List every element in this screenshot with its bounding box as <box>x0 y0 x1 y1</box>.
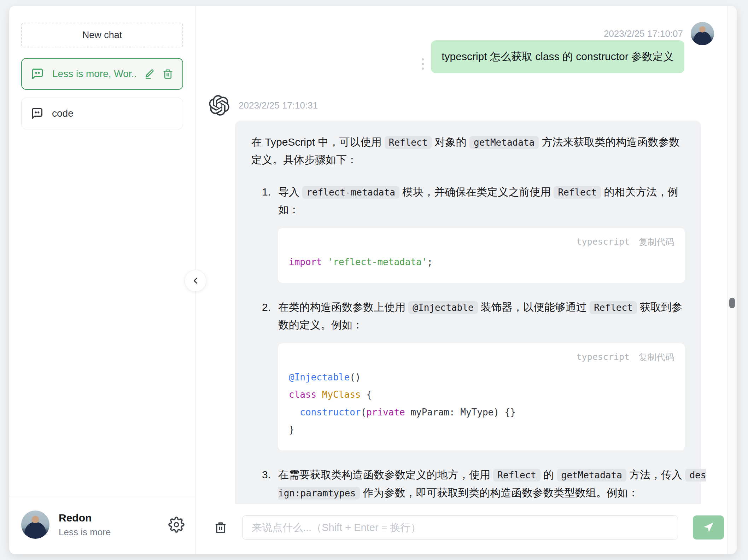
chat-bubble-icon <box>31 107 43 120</box>
list-item: 1. 导入 reflect-metadata 模块，并确保在类定义之前使用 Re… <box>262 183 685 298</box>
delete-chat-icon[interactable] <box>163 69 173 79</box>
chat-title: code <box>52 108 74 119</box>
openai-logo-icon <box>209 95 229 116</box>
code-language-label: typescript <box>576 350 630 364</box>
send-button[interactable] <box>693 515 724 539</box>
app-window: New chat Less is more, Wor... <box>9 6 737 554</box>
assistant-message-bubble: 在 TypeScript 中，可以使用 Reflect 对象的 getMetad… <box>235 121 701 554</box>
scrollbar-thumb[interactable] <box>729 298 735 308</box>
chat-title: Less is more, Wor... <box>52 68 136 80</box>
new-chat-button[interactable]: New chat <box>21 23 183 47</box>
step-text: 在类的构造函数参数上使用 @Injectable 装饰器，以便能够通过 Refl… <box>278 301 682 331</box>
scrollbar-track[interactable] <box>727 6 737 554</box>
chat-bubble-icon <box>31 68 44 80</box>
message-input[interactable] <box>242 515 678 539</box>
code-block: typescript 复制代码 import 'reflect-metadata… <box>278 228 685 283</box>
list-item: 2. 在类的构造函数参数上使用 @Injectable 装饰器，以便能够通过 R… <box>262 298 685 466</box>
clear-conversation-button[interactable] <box>214 521 227 534</box>
message-options-icon[interactable] <box>422 58 424 70</box>
send-plane-icon <box>702 521 714 533</box>
composer-bar <box>195 504 737 554</box>
code-content: import 'reflect-metadata'; <box>289 253 674 271</box>
gear-icon <box>168 517 185 533</box>
collapse-sidebar-button[interactable] <box>185 270 206 292</box>
chat-main: 2023/2/25 17:10:07 typescript 怎么获取 class… <box>195 6 737 554</box>
step-text: 导入 reflect-metadata 模块，并确保在类定义之前使用 Refle… <box>278 186 678 215</box>
copy-code-button[interactable]: 复制代码 <box>639 350 674 364</box>
steps-list: 1. 导入 reflect-metadata 模块，并确保在类定义之前使用 Re… <box>251 183 685 554</box>
sidebar-item-chat-0[interactable]: Less is more, Wor... <box>21 58 183 90</box>
new-chat-label: New chat <box>82 30 122 41</box>
profile-texts: Redon Less is more <box>59 512 111 538</box>
list-number: 1. <box>262 183 278 298</box>
code-content: @Injectable()class MyClass { constructor… <box>289 369 674 439</box>
chevron-left-icon <box>191 276 200 286</box>
edit-icon[interactable] <box>144 69 155 79</box>
profile-name: Redon <box>59 512 111 524</box>
message-list: 2023/2/25 17:10:07 typescript 怎么获取 class… <box>195 6 737 554</box>
user-message-bubble: typescript 怎么获取 class 的 constructor 参数定义 <box>431 40 684 73</box>
assistant-message-header: 2023/2/25 17:10:31 <box>209 95 714 116</box>
sidebar-top: New chat Less is more, Wor... <box>9 6 195 137</box>
user-message-row: typescript 怎么获取 class 的 constructor 参数定义 <box>209 40 684 73</box>
profile-subtitle: Less is more <box>59 527 111 538</box>
list-number: 2. <box>262 298 278 466</box>
assistant-intro: 在 TypeScript 中，可以使用 Reflect 对象的 getMetad… <box>251 133 685 169</box>
assistant-timestamp: 2023/2/25 17:10:31 <box>239 100 318 111</box>
code-block: typescript 复制代码 @Injectable()class MyCla… <box>278 343 685 451</box>
trash-icon <box>214 521 227 534</box>
settings-button[interactable] <box>168 517 185 533</box>
sidebar-item-chat-1[interactable]: code <box>21 98 183 129</box>
step-text: 在需要获取类构造函数参数定义的地方，使用 Reflect 的 getMetada… <box>278 469 706 498</box>
user-timestamp: 2023/2/25 17:10:07 <box>604 28 683 39</box>
user-avatar <box>691 22 714 45</box>
copy-code-button[interactable]: 复制代码 <box>639 234 674 249</box>
chat-actions <box>144 69 173 79</box>
profile-section: Redon Less is more <box>9 497 195 554</box>
user-avatar <box>21 511 49 539</box>
code-language-label: typescript <box>576 234 630 249</box>
sidebar: New chat Less is more, Wor... <box>9 6 195 554</box>
